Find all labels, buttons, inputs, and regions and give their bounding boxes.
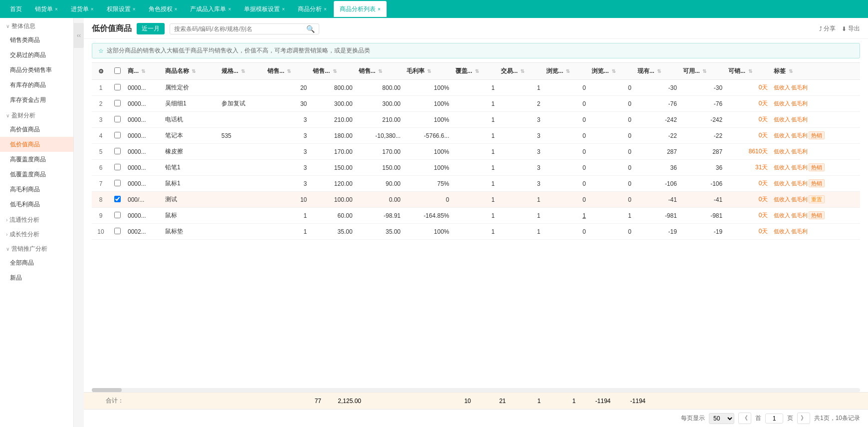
sidebar-section-growth[interactable]: › 成长性分析 [0,226,73,241]
close-icon[interactable]: × [282,6,285,12]
row-checkbox[interactable] [114,148,121,154]
col-code-header[interactable]: 商... ⇅ [125,63,162,80]
nav-product-analysis-list[interactable]: 商品分析列表 × [334,1,387,17]
row-stock1: -19 [635,224,680,240]
search-input[interactable] [174,25,304,32]
row-qty: 30 [264,96,310,112]
col-price2-header[interactable]: 销售... ⇅ [356,63,404,80]
row-price2: -10,380... [356,128,404,144]
nav-template-settings[interactable]: 单据模板设置 × [238,1,291,17]
nav-home[interactable]: 首页 [4,1,28,17]
row-code: 0000... [125,160,162,176]
row-price1: 180.00 [310,128,355,144]
view-link[interactable]: 1 [583,212,586,219]
sidebar-item-stock-fund[interactable]: 库存资金占用 [0,92,73,107]
horizontal-scrollbar[interactable] [92,388,860,392]
row-checkbox-cell [110,160,125,176]
col-trade-header[interactable]: 交易... ⇅ [498,63,543,80]
col-tag-header[interactable]: 标签 ⇅ [771,63,860,80]
row-stock2: 287 [680,144,725,160]
col-view2-header[interactable]: 浏览... ⇅ [589,63,634,80]
row-checkbox[interactable] [114,228,121,234]
close-icon[interactable]: × [55,6,58,12]
page-size-select[interactable]: 50 100 200 [709,413,734,424]
row-view1: 0 [543,176,589,192]
sidebar-item-stock-goods[interactable]: 有库存的商品 [0,77,73,92]
nav-purchase-order[interactable]: 进货单 × [65,1,100,17]
row-qty: 3 [264,144,310,160]
col-spec-header[interactable]: 规格... ⇅ [218,63,264,80]
close-icon[interactable]: × [324,6,327,12]
row-spec [218,208,264,224]
table-row: 3 0000... 电话机 3 210.00 210.00 100% 1 3 0… [92,112,860,128]
view-value: 0 [583,116,586,123]
row-stock3: 31天 [725,160,771,176]
sidebar-item-all-goods[interactable]: 全部商品 [0,255,73,270]
sidebar-section-marketing[interactable]: ∨ 营销推广分析 [0,241,73,255]
row-stock1: -242 [635,112,680,128]
nav-permissions[interactable]: 权限设置 × [101,1,142,17]
row-checkbox[interactable] [114,116,121,122]
row-stock2: -76 [680,96,725,112]
select-all-checkbox[interactable] [114,67,121,74]
sidebar-item-new-goods[interactable]: 新品 [0,270,73,285]
col-view1-header[interactable]: 浏览... ⇅ [543,63,589,80]
export-button[interactable]: ⬇ 导出 [842,24,860,33]
sidebar-item-category-rate[interactable]: 商品分类销售率 [0,62,73,77]
sidebar-section-overall[interactable]: ∨ 整体信息 [0,18,73,32]
nav-role-auth[interactable]: 角色授权 × [143,1,184,17]
nav-sales-order[interactable]: 销货单 × [29,1,64,17]
row-code: 0000... [125,144,162,160]
first-page-button[interactable]: 《 [738,413,751,424]
tag-label: 低毛利 [791,132,808,138]
close-icon[interactable]: × [91,6,94,12]
col-name-header[interactable]: 商品名称 ⇅ [162,63,218,80]
close-icon[interactable]: × [378,6,381,12]
nav-product-analysis[interactable]: 商品分析 × [292,1,333,17]
close-icon[interactable]: × [133,6,136,12]
close-icon[interactable]: × [175,6,178,12]
row-view2: 0 [589,160,634,176]
sidebar-item-sales-goods[interactable]: 销售类商品 [0,32,73,47]
col-price1-header[interactable]: 销售... ⇅ [310,63,355,80]
row-checkbox-cell [110,192,125,208]
sidebar-section-profit[interactable]: ∨ 盈财分析 [0,107,73,122]
row-checkbox[interactable] [114,84,121,90]
sidebar-item-high-coverage[interactable]: 高覆盖度商品 [0,152,73,167]
row-name: 属性定价 [162,80,218,96]
nav-product-entry[interactable]: 产成品入库单 × [184,1,237,17]
sidebar-item-traded-goods[interactable]: 交易过的商品 [0,47,73,62]
col-cover-header[interactable]: 覆盖... ⇅ [452,63,498,80]
scrollbar-thumb[interactable] [92,388,122,392]
row-checkbox[interactable] [114,196,121,202]
col-qty-header[interactable]: 销售... ⇅ [264,63,310,80]
sidebar-section-liquidity[interactable]: › 流通性分析 [0,212,73,226]
sidebar-item-low-value[interactable]: 低价值商品 [0,137,73,152]
content-area: 低价值商品 近一月 🔍 ⤴ 分享 ⬇ 导出 ☆ 这部分商品的销售收入大幅低于商品 [84,18,868,427]
sidebar-collapse-button[interactable]: ‹‹ [74,23,84,48]
col-stock2-header[interactable]: 可用... ⇅ [680,63,725,80]
col-stock3-header[interactable]: 可销... ⇅ [725,63,771,80]
row-checkbox[interactable] [114,132,121,138]
current-page-input[interactable] [765,414,783,424]
col-margin-header[interactable]: 毛利率 ⇅ [404,63,452,80]
col-checkbox-header[interactable] [110,63,125,80]
row-checkbox[interactable] [114,100,121,106]
row-cover: 1 [452,96,498,112]
col-stock1-header[interactable]: 现有... ⇅ [635,63,680,80]
sidebar-item-high-margin[interactable]: 高毛利商品 [0,182,73,197]
close-icon[interactable]: × [228,6,231,12]
row-checkbox[interactable] [114,180,121,186]
row-checkbox[interactable] [114,212,121,218]
row-checkbox[interactable] [114,164,121,170]
sidebar-item-low-coverage[interactable]: 低覆盖度商品 [0,167,73,182]
sidebar-item-high-value[interactable]: 高价值商品 [0,122,73,137]
next-page-button[interactable]: 》 [797,413,810,424]
row-tags: 低收入低毛利 [771,96,860,112]
row-price1: 170.00 [310,144,355,160]
share-button[interactable]: ⤴ 分享 [819,24,836,33]
time-filter-button[interactable]: 近一月 [137,23,165,34]
sidebar-item-low-margin[interactable]: 低毛利商品 [0,197,73,212]
tag-label: 低收入 [774,180,790,186]
col-settings[interactable]: ⚙ [92,63,110,80]
